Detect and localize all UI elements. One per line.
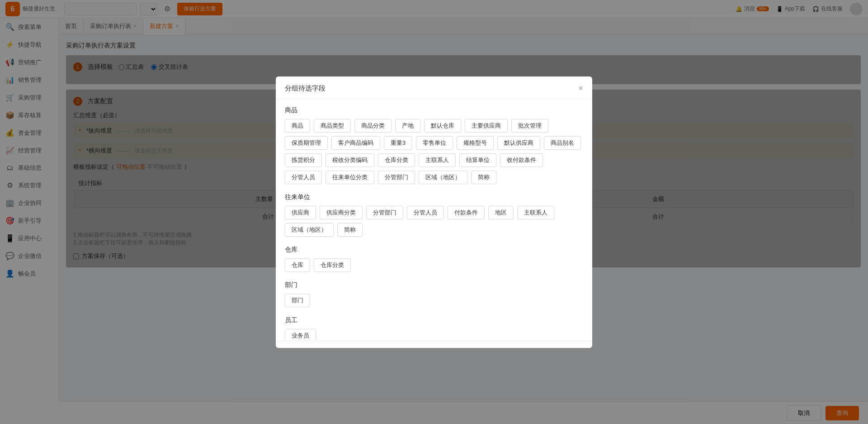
field-tag-partner-0[interactable]: 供应商 bbox=[285, 206, 316, 219]
field-tag-partner-3[interactable]: 分管人员 bbox=[407, 206, 444, 219]
field-tag-goods-20[interactable]: 分管人员 bbox=[285, 171, 322, 184]
field-tag-goods-2[interactable]: 商品分类 bbox=[354, 119, 392, 133]
field-tag-warehouse-1[interactable]: 仓库分类 bbox=[314, 258, 351, 272]
field-tag-partner-5[interactable]: 地区 bbox=[488, 206, 514, 219]
section-title-department: 部门 bbox=[285, 281, 583, 289]
field-tag-goods-1[interactable]: 商品类型 bbox=[314, 119, 351, 133]
modal-header: 分组待选字段 × bbox=[276, 76, 592, 99]
field-tag-goods-6[interactable]: 批次管理 bbox=[511, 119, 548, 133]
field-tag-goods-15[interactable]: 税收分类编码 bbox=[326, 153, 374, 167]
field-tag-goods-3[interactable]: 产地 bbox=[395, 119, 420, 133]
field-tag-goods-0[interactable]: 商品 bbox=[285, 119, 310, 133]
field-tag-goods-12[interactable]: 默认供应商 bbox=[497, 136, 540, 150]
field-tags-employee: 业务员 bbox=[285, 329, 583, 341]
field-tag-partner-8[interactable]: 简称 bbox=[337, 223, 363, 237]
field-tag-employee-0[interactable]: 业务员 bbox=[285, 329, 316, 341]
field-tag-goods-10[interactable]: 零售单位 bbox=[416, 136, 453, 150]
field-section-warehouse: 仓库 仓库仓库分类 bbox=[285, 246, 583, 272]
field-tag-goods-23[interactable]: 区域（地区） bbox=[419, 171, 467, 184]
field-section-employee: 员工 业务员 bbox=[285, 316, 583, 341]
field-tag-goods-21[interactable]: 往来单位分类 bbox=[326, 171, 374, 184]
modal-title: 分组待选字段 bbox=[285, 84, 326, 93]
field-tag-partner-6[interactable]: 主联系人 bbox=[517, 206, 554, 219]
field-tag-partner-1[interactable]: 供应商分类 bbox=[320, 206, 363, 219]
section-title-employee: 员工 bbox=[285, 316, 583, 324]
field-tag-goods-14[interactable]: 拣货积分 bbox=[285, 153, 322, 167]
field-tag-partner-2[interactable]: 分管部门 bbox=[366, 206, 403, 219]
modal-overlay: 分组待选字段 × 商品 商品商品类型商品分类产地默认仓库主要供应商批次管理保质期… bbox=[0, 0, 868, 424]
field-tags-partner: 供应商供应商分类分管部门分管人员付款条件地区主联系人区域（地区）简称 bbox=[285, 206, 583, 237]
field-tag-goods-16[interactable]: 仓库分类 bbox=[378, 153, 415, 167]
field-tag-department-0[interactable]: 部门 bbox=[285, 294, 310, 307]
section-title-goods: 商品 bbox=[285, 106, 583, 114]
field-tag-partner-7[interactable]: 区域（地区） bbox=[285, 223, 334, 237]
modal-horizontal-scroll[interactable] bbox=[276, 341, 592, 348]
field-section-department: 部门 部门 bbox=[285, 281, 583, 307]
field-selection-modal: 分组待选字段 × 商品 商品商品类型商品分类产地默认仓库主要供应商批次管理保质期… bbox=[276, 76, 592, 348]
field-tag-goods-22[interactable]: 分管部门 bbox=[378, 171, 415, 184]
field-tag-goods-13[interactable]: 商品别名 bbox=[544, 136, 581, 150]
field-tag-goods-19[interactable]: 收付款条件 bbox=[500, 153, 543, 167]
field-tag-goods-4[interactable]: 默认仓库 bbox=[424, 119, 461, 133]
section-title-partner: 往来单位 bbox=[285, 193, 583, 201]
field-tag-warehouse-0[interactable]: 仓库 bbox=[285, 258, 310, 272]
field-tag-goods-24[interactable]: 简称 bbox=[471, 171, 496, 184]
field-tag-goods-18[interactable]: 结算单位 bbox=[459, 153, 496, 167]
field-section-partner: 往来单位 供应商供应商分类分管部门分管人员付款条件地区主联系人区域（地区）简称 bbox=[285, 193, 583, 237]
field-tag-goods-8[interactable]: 客户商品编码 bbox=[331, 136, 380, 150]
field-tag-goods-11[interactable]: 规格型号 bbox=[457, 136, 494, 150]
field-tags-warehouse: 仓库仓库分类 bbox=[285, 258, 583, 272]
modal-close-btn[interactable]: × bbox=[578, 84, 583, 93]
field-tag-goods-5[interactable]: 主要供应商 bbox=[465, 119, 508, 133]
field-tag-goods-17[interactable]: 主联系人 bbox=[419, 153, 456, 167]
field-tag-goods-7[interactable]: 保质期管理 bbox=[285, 136, 328, 150]
modal-body: 商品 商品商品类型商品分类产地默认仓库主要供应商批次管理保质期管理客户商品编码重… bbox=[276, 99, 592, 341]
field-tags-goods: 商品商品类型商品分类产地默认仓库主要供应商批次管理保质期管理客户商品编码重量3零… bbox=[285, 119, 583, 184]
field-tag-goods-9[interactable]: 重量3 bbox=[384, 136, 412, 150]
section-title-warehouse: 仓库 bbox=[285, 246, 583, 254]
field-tags-department: 部门 bbox=[285, 294, 583, 307]
field-tag-partner-4[interactable]: 付款条件 bbox=[448, 206, 485, 219]
field-section-goods: 商品 商品商品类型商品分类产地默认仓库主要供应商批次管理保质期管理客户商品编码重… bbox=[285, 106, 583, 184]
